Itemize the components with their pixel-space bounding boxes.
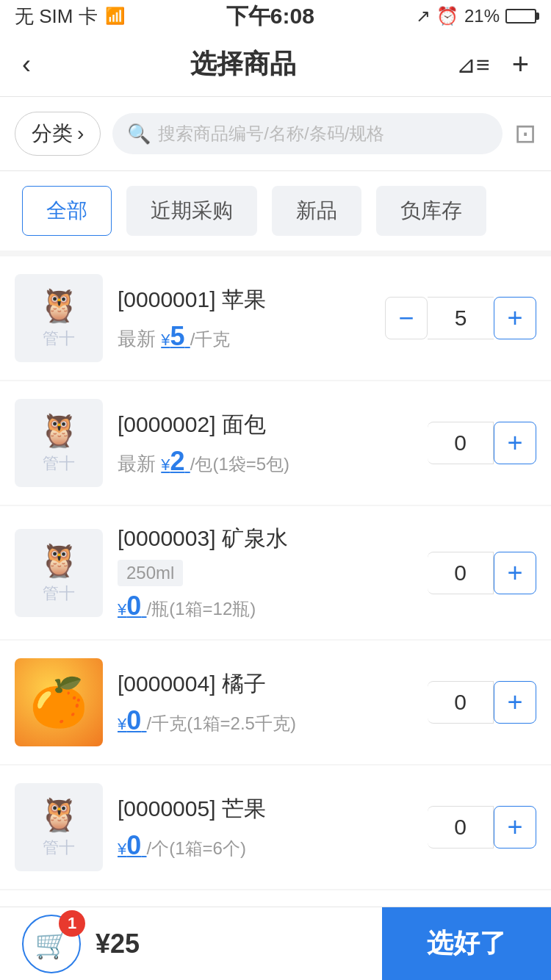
nav-right: ⊿≡ + [456,48,529,81]
location-icon: ↗ [416,6,431,26]
cart-total: ¥25 [96,929,140,959]
cart-area: 🛒 1 ¥25 [0,915,382,973]
product-price-3: ¥0 /千克(1箱=2.5千克) [118,705,413,736]
cart-badge: 1 [59,910,85,937]
list-item: 🦉 管十 [0000003] 矿泉水 250ml ¥0 /瓶(1箱=12瓶) + [0,506,551,639]
filter-icon[interactable]: ⊿≡ [456,51,490,79]
quantity-control-2: + [428,552,536,594]
product-info-4: [0000005] 芒果 ¥0 /个(1箱=6个) [118,794,413,861]
product-name-2: [0000003] 矿泉水 [118,524,413,554]
list-item: 🦉 管十 [0000001] 苹果 最新 ¥5 /千克 − + [0,256,551,380]
increment-button-1[interactable]: + [494,422,536,464]
product-info-0: [0000001] 苹果 最新 ¥5 /千克 [118,285,370,352]
status-bar: 无 SIM 卡 📶 下午6:08 ↗ ⏰ 21% [0,0,551,32]
list-item: 🦉 管十 [0000002] 面包 最新 ¥2 /包(1袋=5包) + [0,381,551,505]
product-name-1: [0000002] 面包 [118,410,413,440]
product-spec-2: 250ml [118,560,183,586]
product-price-4: ¥0 /个(1箱=6个) [118,830,413,861]
search-icon: 🔍 [127,123,151,145]
tab-all[interactable]: 全部 [22,186,112,236]
increment-button-4[interactable]: + [494,806,536,849]
product-list: 🦉 管十 [0000001] 苹果 最新 ¥5 /千克 − + 🦉 管十 [0,256,551,980]
increment-button-0[interactable]: + [494,297,536,339]
product-price-1: 最新 ¥2 /包(1袋=5包) [118,446,413,477]
quantity-input-2[interactable] [428,552,494,594]
status-right: ↗ ⏰ 21% [416,6,536,26]
quantity-input-3[interactable] [428,681,494,724]
back-button[interactable]: ‹ [22,49,31,80]
nav-bar: ‹ 选择商品 ⊿≡ + [0,32,551,97]
quantity-input-0[interactable] [428,297,494,339]
placeholder-owl-icon: 🦉 [39,541,79,580]
tab-negative[interactable]: 负库存 [376,186,486,236]
product-image-1: 🦉 管十 [15,399,103,487]
product-image-0: 🦉 管十 [15,274,103,362]
quantity-control-4: + [428,806,536,849]
product-name-4: [0000005] 芒果 [118,794,413,824]
battery-percent: 21% [464,6,500,26]
placeholder-owl-icon: 🦉 [39,411,79,450]
search-box[interactable]: 🔍 搜索商品编号/名称/条码/规格 [112,113,503,154]
nav-left: ‹ [22,49,31,80]
quantity-control-3: + [428,681,536,724]
filter-bar: 分类 › 🔍 搜索商品编号/名称/条码/规格 ⊡ [0,97,551,171]
cart-icon-wrap[interactable]: 🛒 1 [22,915,81,973]
list-item: 🦉 管十 [0000005] 芒果 ¥0 /个(1箱=6个) + [0,765,551,889]
alarm-icon: ⏰ [436,6,458,26]
product-info-3: [0000004] 橘子 ¥0 /千克(1箱=2.5千克) [118,669,413,736]
add-button[interactable]: + [512,48,529,81]
confirm-button[interactable]: 选好了 [382,907,551,981]
scan-icon[interactable]: ⊡ [514,118,536,149]
product-price-2: ¥0 /瓶(1箱=12瓶) [118,591,413,621]
battery-icon [505,9,536,24]
tab-new[interactable]: 新品 [272,186,361,236]
carrier-text: 无 SIM 卡 [15,4,98,29]
chevron-right-icon: › [77,122,84,145]
page-title: 选择商品 [190,46,296,82]
product-image-4: 🦉 管十 [15,783,103,871]
quantity-control-0: − + [385,297,536,339]
category-button[interactable]: 分类 › [15,112,101,156]
wifi-icon: 📶 [105,7,125,26]
increment-button-2[interactable]: + [494,552,536,594]
product-image-3: 🍊 [15,658,103,746]
quantity-input-1[interactable] [428,422,494,464]
tab-bar: 全部 近期采购 新品 负库存 [0,171,551,256]
tab-recent[interactable]: 近期采购 [126,186,257,236]
bottom-bar: 🛒 1 ¥25 选好了 [0,907,551,980]
increment-button-3[interactable]: + [494,681,536,724]
status-left: 无 SIM 卡 📶 [15,4,125,29]
placeholder-owl-icon: 🦉 [39,796,79,834]
placeholder-owl-icon: 🦉 [39,287,79,325]
product-image-2: 🦉 管十 [15,529,103,617]
decrement-button-0[interactable]: − [385,297,428,339]
product-name-0: [0000001] 苹果 [118,285,370,315]
quantity-input-4[interactable] [428,806,494,849]
quantity-control-1: + [428,422,536,464]
list-item: 🍊 [0000004] 橘子 ¥0 /千克(1箱=2.5千克) + [0,641,551,764]
product-name-3: [0000004] 橘子 [118,669,413,699]
product-price-0: 最新 ¥5 /千克 [118,321,370,352]
search-placeholder: 搜索商品编号/名称/条码/规格 [158,122,384,145]
product-info-1: [0000002] 面包 最新 ¥2 /包(1袋=5包) [118,410,413,477]
status-time: 下午6:08 [226,1,314,32]
product-info-2: [0000003] 矿泉水 250ml ¥0 /瓶(1箱=12瓶) [118,524,413,621]
